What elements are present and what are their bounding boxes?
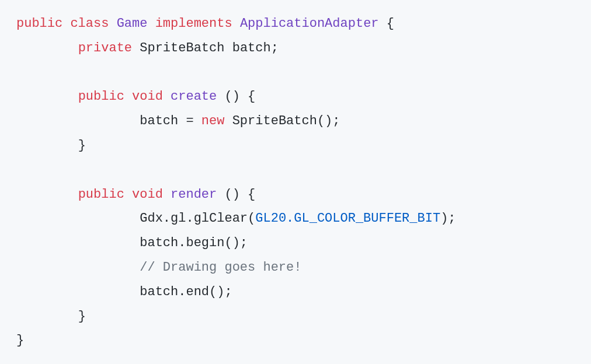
field-decl: SpriteBatch batch; [132, 41, 279, 55]
comment-line: // Drawing goes here! [140, 260, 301, 275]
method-render: render [171, 187, 217, 202]
brace-close: } [16, 333, 24, 348]
keyword-public: public [16, 16, 62, 31]
keyword-public: public [78, 89, 124, 104]
keyword-void: void [132, 89, 163, 104]
keyword-public: public [78, 187, 124, 202]
method-sig: () { [217, 89, 255, 104]
brace-open: { [379, 16, 394, 31]
keyword-private: private [78, 41, 132, 55]
class-game: Game [117, 16, 148, 31]
batch-begin: batch.begin(); [140, 236, 248, 250]
code-block: public class Game implements Application… [0, 0, 591, 364]
brace-close: } [78, 309, 86, 324]
ctor-call: SpriteBatch(); [224, 114, 340, 128]
keyword-class: class [70, 16, 109, 31]
keyword-new: new [201, 114, 225, 128]
close-paren: ); [440, 211, 456, 226]
brace-close: } [78, 138, 86, 153]
gl-clear-call: Gdx.gl.glClear( [140, 211, 255, 226]
keyword-implements: implements [155, 16, 232, 31]
method-sig: () { [217, 187, 255, 202]
class-app-adapter: ApplicationAdapter [240, 16, 379, 31]
assign-text: batch = [140, 114, 201, 128]
gl-constant: GL20.GL_COLOR_BUFFER_BIT [255, 211, 440, 226]
batch-end: batch.end(); [140, 285, 232, 299]
method-create: create [171, 89, 217, 104]
keyword-void: void [132, 187, 163, 202]
